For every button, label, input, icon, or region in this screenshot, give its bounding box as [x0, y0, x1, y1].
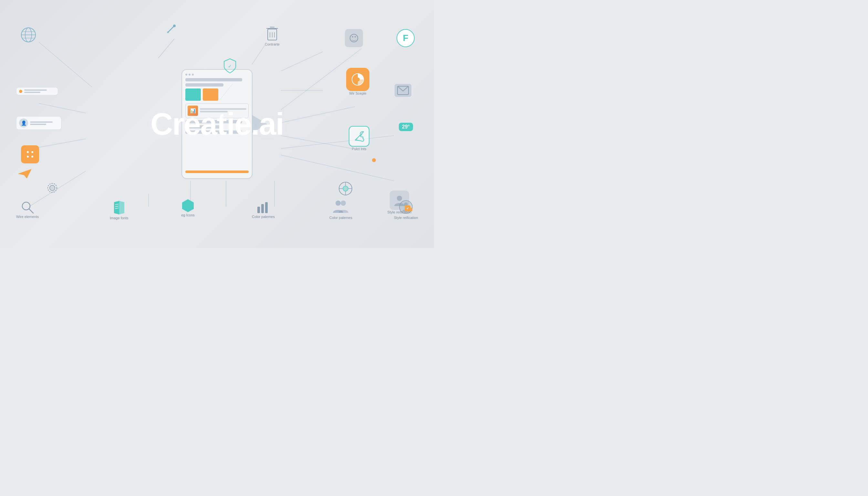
gear-face-icon [348, 32, 360, 44]
svg-point-50 [336, 201, 341, 206]
style-reification-label: Style reification [394, 215, 418, 220]
mockup-bar-2 [185, 83, 223, 87]
trash-feature: Contrarte [265, 26, 280, 46]
widget-card-1 [16, 87, 58, 95]
search-icon [20, 200, 34, 214]
mail-icon [397, 86, 409, 95]
number-badge-feature: 29° [399, 123, 413, 131]
wire-elements-label: Wire elements [16, 214, 39, 219]
mockup-block-orange [203, 89, 218, 101]
svg-line-2 [32, 139, 86, 149]
bar-chart-icon [256, 200, 270, 214]
svg-line-7 [281, 107, 355, 123]
filter-trash-icon [265, 26, 279, 42]
wir-sceple-feature: Wir Sceple [346, 68, 369, 96]
dot-3 [192, 74, 194, 76]
widget-line-4 [30, 124, 46, 125]
svg-line-1 [39, 103, 86, 113]
svg-line-42 [29, 209, 33, 213]
widget-lines-2 [30, 121, 53, 125]
shield-icon: ✓ [223, 58, 237, 74]
svg-line-4 [281, 52, 323, 71]
book-feature: Image fonts [110, 200, 128, 220]
paper-plane-feature [18, 168, 32, 181]
orange-dot [372, 158, 376, 162]
mockup-row [185, 89, 249, 101]
avatar-badge-text: ✓ [406, 207, 409, 210]
user-avatar-icon [392, 193, 406, 207]
pulct-ints-label: Pulct Ints [352, 146, 366, 151]
paper-plane-icon [18, 168, 32, 180]
chrome-icon [338, 181, 353, 196]
f-letter-icon: F [397, 29, 415, 47]
envelope-icon [394, 84, 412, 97]
wir-sceple-label: Wir Sceple [349, 91, 366, 96]
trash-label: Contrarte [265, 42, 280, 46]
widget-line-2 [24, 92, 40, 93]
envelope-feature [394, 84, 412, 97]
avatar-feature: ✓ Style reification [387, 190, 412, 214]
svg-line-8 [281, 136, 352, 149]
svg-line-9 [281, 136, 394, 149]
dot-1 [185, 74, 187, 76]
f-letter-feature: F [397, 29, 415, 47]
svg-marker-46 [182, 199, 194, 212]
mockup-dots [185, 74, 249, 76]
ntl-feature [345, 29, 363, 47]
wrench-icon [353, 130, 366, 143]
color-palemes-label: Color palemes [252, 214, 275, 219]
svg-point-51 [341, 201, 346, 206]
tool-diagonal-feature [165, 22, 177, 35]
svg-rect-48 [261, 204, 264, 213]
dot-2 [189, 74, 190, 76]
f-letter-text: F [403, 33, 408, 43]
pie-chart-icon [350, 72, 365, 87]
svg-point-59 [356, 78, 360, 81]
svg-point-68 [397, 196, 402, 201]
mockup-bottom-bar [185, 170, 249, 173]
svg-point-24 [173, 25, 176, 27]
tool-icon [349, 126, 369, 146]
avatar-badge: ✓ [405, 205, 410, 211]
main-title: Creatie.ai [151, 106, 283, 142]
hex-feature: eg Icons [181, 199, 195, 217]
widget-line-1 [24, 90, 47, 91]
svg-point-40 [50, 186, 54, 190]
svg-point-25 [167, 31, 169, 33]
svg-line-23 [168, 26, 174, 32]
hexagon-icon [181, 199, 195, 213]
mockup-bar-1 [185, 78, 242, 81]
svg-line-10 [281, 155, 394, 181]
icons-label: eg Icons [181, 213, 195, 217]
widget-dot [19, 90, 22, 93]
svg-text:✓: ✓ [228, 64, 232, 69]
avatar-card-icon: ✓ [390, 190, 409, 210]
svg-line-0 [39, 42, 92, 87]
svg-point-63 [343, 186, 348, 191]
settings-feature [45, 181, 59, 195]
search-feature: Wire elements [16, 200, 39, 219]
book-icon [111, 200, 127, 216]
svg-point-56 [352, 36, 353, 37]
svg-point-36 [31, 156, 33, 158]
image-fonts-label: Image fonts [110, 216, 128, 220]
number-badge: 29° [399, 123, 413, 131]
code-icon [345, 29, 363, 47]
svg-point-33 [27, 151, 29, 153]
pencil-tool-icon [165, 22, 177, 35]
shield-feature: ✓ [223, 58, 237, 74]
widget-line-3 [30, 121, 53, 123]
settings-gear-icon [45, 181, 59, 195]
orange-dots-card [21, 145, 39, 164]
svg-point-61 [356, 139, 357, 140]
svg-point-34 [31, 151, 33, 153]
avatar-icon: 👤 [19, 119, 28, 127]
svg-point-57 [355, 36, 356, 37]
dots-grid-icon [25, 150, 35, 159]
bar-chart-feature: Color palemes [252, 200, 275, 219]
orange-pie-icon [346, 68, 369, 91]
mockup-block-teal [185, 89, 201, 101]
color-palemes-2-label: Color palemes [329, 215, 352, 220]
people-icon [332, 199, 349, 215]
widget-card-2: 👤 [16, 116, 61, 130]
